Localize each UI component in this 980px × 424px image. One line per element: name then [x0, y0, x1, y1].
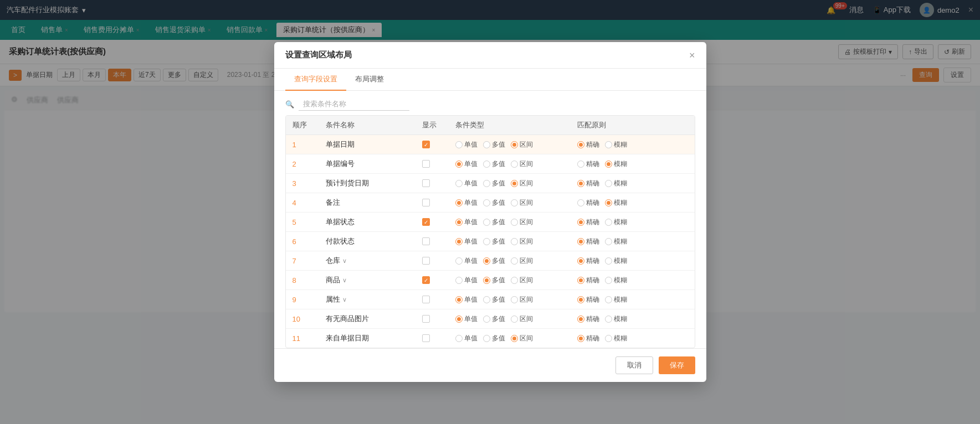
dialog-tabs: 查询字段设置 布局调整	[274, 69, 706, 91]
radio-dot-icon	[511, 199, 518, 206]
table-row: 1单据日期单值多值区间精确模糊	[286, 135, 695, 154]
col-header-match: 匹配原则	[577, 120, 688, 130]
radio-dot-icon	[511, 219, 518, 226]
radio-dot-icon	[605, 180, 612, 187]
radio-dot-icon	[455, 316, 463, 317]
radio-dot-icon	[605, 277, 612, 284]
row-checkbox-5[interactable]	[422, 237, 430, 245]
radio-dot-icon	[605, 161, 612, 168]
radio-dot-icon	[483, 180, 490, 187]
radio-dot-icon	[483, 296, 490, 303]
radio-dot-icon	[511, 257, 518, 265]
row-type-2: 单值多值区间	[455, 179, 577, 188]
table-row: 9属性 ∨单值多值区间精确模糊	[286, 290, 695, 309]
row-num-3: 4	[293, 199, 326, 207]
dialog-close-btn[interactable]: ×	[689, 50, 695, 60]
radio-dot-icon	[577, 238, 584, 245]
radio-dot-icon	[483, 161, 490, 168]
row-name-7: 商品 ∨	[326, 275, 422, 285]
radio-dot-icon	[455, 238, 463, 245]
row-name-6: 仓库 ∨	[326, 256, 422, 266]
chevron-down-icon: ∨	[342, 257, 347, 265]
row-checkbox-3[interactable]	[422, 199, 430, 206]
radio-dot-icon	[511, 161, 518, 168]
table-row: 6付款状态单值多值区间精确模糊	[286, 232, 695, 251]
row-num-2: 3	[293, 179, 326, 188]
row-checkbox-9[interactable]	[422, 315, 430, 317]
row-checkbox-8[interactable]	[422, 296, 430, 303]
radio-dot-icon	[483, 277, 490, 284]
dialog-header: 设置查询区域布局 ×	[274, 42, 706, 69]
chevron-down-icon: ∨	[342, 296, 347, 303]
row-name-8: 属性 ∨	[326, 294, 422, 304]
table-row: 3预计到货日期单值多值区间精确模糊	[286, 174, 695, 193]
row-checkbox-6[interactable]	[422, 257, 430, 265]
row-type-7: 单值多值区间	[455, 276, 577, 285]
row-type-3: 单值多值区间	[455, 198, 577, 208]
row-match-6: 精确模糊	[577, 256, 688, 266]
chevron-down-icon: ∨	[342, 277, 347, 284]
settings-dialog: 设置查询区域布局 × 查询字段设置 布局调整 🔍 顺序 条件名称 显示 条件类型	[274, 42, 706, 317]
radio-dot-icon	[577, 199, 584, 206]
row-match-7: 精确模糊	[577, 276, 688, 285]
radio-dot-icon	[605, 296, 612, 303]
radio-dot-icon	[605, 257, 612, 265]
row-match-5: 精确模糊	[577, 237, 688, 246]
radio-dot-icon	[455, 257, 463, 265]
table-row: 10有无商品图片单值多值区间精确模糊	[286, 309, 695, 317]
radio-dot-icon	[577, 296, 584, 303]
row-num-1: 2	[293, 160, 326, 168]
radio-dot-icon	[455, 161, 463, 168]
row-checkbox-4[interactable]	[422, 218, 430, 226]
table-row: 8商品 ∨单值多值区间精确模糊	[286, 271, 695, 290]
row-checkbox-2[interactable]	[422, 179, 430, 187]
radio-dot-icon	[455, 199, 463, 206]
search-input[interactable]	[299, 97, 409, 111]
row-checkbox-7[interactable]	[422, 276, 430, 284]
radio-dot-icon	[455, 277, 463, 284]
dialog-tab-query[interactable]: 查询字段设置	[285, 69, 346, 91]
row-match-2: 精确模糊	[577, 179, 688, 188]
row-type-6: 单值多值区间	[455, 256, 577, 266]
conditions-table: 顺序 条件名称 显示 条件类型 匹配原则 1单据日期单值多值区间精确模糊2单据编…	[285, 115, 695, 317]
col-header-type: 条件类型	[455, 120, 577, 130]
radio-dot-icon	[605, 141, 612, 148]
dialog-tab-layout[interactable]: 布局调整	[346, 69, 393, 91]
col-header-name: 条件名称	[326, 120, 422, 130]
row-num-9: 10	[293, 315, 326, 317]
radio-dot-icon	[605, 199, 612, 206]
radio-dot-icon	[511, 296, 518, 303]
col-header-show: 显示	[422, 120, 455, 130]
row-checkbox-1[interactable]	[422, 160, 430, 168]
table-row: 4备注单值多值区间精确模糊	[286, 193, 695, 213]
radio-dot-icon	[455, 141, 463, 148]
radio-dot-icon	[511, 316, 518, 317]
row-num-6: 7	[293, 257, 326, 265]
row-num-8: 9	[293, 296, 326, 304]
table-row: 7仓库 ∨单值多值区间精确模糊	[286, 251, 695, 271]
radio-dot-icon	[577, 257, 584, 265]
radio-dot-icon	[605, 238, 612, 245]
radio-dot-icon	[605, 316, 612, 317]
col-header-order: 顺序	[293, 120, 326, 130]
row-num-0: 1	[293, 141, 326, 149]
row-name-1: 单据编号	[326, 159, 422, 169]
row-num-4: 5	[293, 218, 326, 226]
row-match-9: 精确模糊	[577, 314, 688, 317]
radio-dot-icon	[511, 141, 518, 148]
row-checkbox-0[interactable]	[422, 141, 430, 148]
radio-dot-icon	[577, 277, 584, 284]
row-type-0: 单值多值区间	[455, 140, 577, 149]
row-match-1: 精确模糊	[577, 159, 688, 169]
radio-dot-icon	[483, 238, 490, 245]
radio-dot-icon	[511, 238, 518, 245]
row-name-3: 备注	[326, 198, 422, 208]
radio-dot-icon	[483, 199, 490, 206]
radio-dot-icon	[577, 161, 584, 168]
row-match-0: 精确模糊	[577, 140, 688, 149]
row-type-1: 单值多值区间	[455, 159, 577, 169]
radio-dot-icon	[483, 219, 490, 226]
modal-overlay: 设置查询区域布局 × 查询字段设置 布局调整 🔍 顺序 条件名称 显示 条件类型	[0, 0, 980, 317]
dialog-title: 设置查询区域布局	[285, 50, 352, 60]
row-match-3: 精确模糊	[577, 198, 688, 208]
